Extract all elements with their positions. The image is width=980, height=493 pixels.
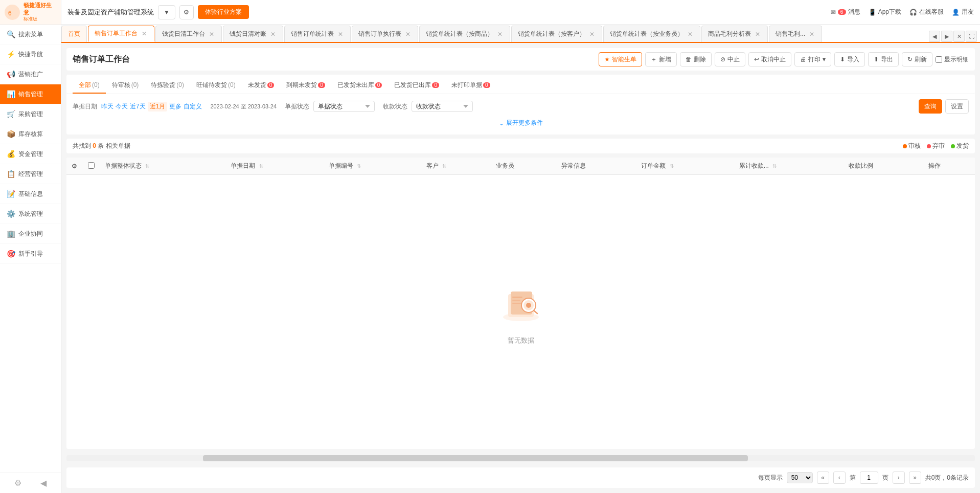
- sidebar-item-inventory[interactable]: 📦 库存核算: [0, 124, 61, 144]
- page-size-select[interactable]: 50 20 100: [787, 472, 813, 483]
- sidebar-item-search[interactable]: 🔍 搜索菜单: [0, 25, 61, 44]
- ship-action-btn[interactable]: 发货: [951, 142, 969, 150]
- suspend-btn[interactable]: ⊘ 中止: [715, 52, 745, 66]
- sidebar-item-sales[interactable]: 📊 销售管理: [0, 84, 61, 104]
- payment-select[interactable]: 收款状态: [412, 101, 473, 112]
- add-btn[interactable]: ＋ 新增: [645, 52, 677, 66]
- messages-btn[interactable]: ✉ 6 消息: [831, 8, 860, 16]
- header-gear-btn[interactable]: ⚙: [179, 5, 194, 19]
- subtab-shipped-not-out[interactable]: 已发货未出库0: [331, 78, 389, 94]
- expand-conditions-btn[interactable]: ⌄ 展开更多条件: [499, 117, 543, 129]
- select-all-checkbox[interactable]: [88, 162, 95, 169]
- sort-icon[interactable]: ⇅: [670, 163, 674, 169]
- tab-shipment-by-sales[interactable]: 销货单统计表（按业务员） ✕: [603, 26, 700, 42]
- tab-close-btn[interactable]: ✕: [208, 31, 215, 38]
- tab-close-btn[interactable]: ✕: [754, 31, 761, 38]
- tab-close-btn[interactable]: ✕: [141, 30, 148, 37]
- smart-generate-btn[interactable]: ★ 智能生单: [599, 52, 642, 66]
- subtab-all[interactable]: 全部(0): [73, 78, 106, 94]
- user-btn[interactable]: 👤 用友: [952, 8, 974, 16]
- export-btn[interactable]: ⬆ 导出: [868, 52, 899, 66]
- sidebar-item-operations[interactable]: 📋 经营管理: [0, 164, 61, 184]
- settings-filter-btn[interactable]: 设置: [945, 99, 969, 114]
- subtab-pending-check[interactable]: 待拣验货(0): [145, 78, 190, 94]
- sort-icon[interactable]: ⇅: [442, 163, 446, 169]
- tab-close-btn[interactable]: ✕: [588, 31, 596, 38]
- subtab-unprinted[interactable]: 未打印单据0: [445, 78, 496, 94]
- refresh-btn[interactable]: ↻ 刷新: [902, 52, 932, 66]
- system-dropdown-btn[interactable]: ▼: [158, 5, 175, 19]
- tab-cash-daily[interactable]: 钱货日清工作台 ✕: [155, 26, 222, 42]
- settings-bottom-btn[interactable]: ⚙: [14, 478, 21, 488]
- tab-close-btn[interactable]: ✕: [808, 31, 815, 38]
- delete-label: 删除: [694, 55, 706, 64]
- sidebar-item-guide[interactable]: 🎯 新手引导: [0, 244, 61, 264]
- show-detail-checkbox[interactable]: [936, 56, 942, 63]
- tab-home[interactable]: 首页: [61, 26, 87, 42]
- status-select[interactable]: 单据状态: [313, 101, 375, 112]
- tab-sales-profit[interactable]: 销售毛利... ✕: [769, 26, 822, 42]
- svg-point-0: [5, 5, 20, 20]
- tab-close-btn[interactable]: ✕: [404, 31, 412, 38]
- tab-sales-workbench[interactable]: 销售订单工作台 ✕: [88, 26, 154, 42]
- subtab-pending-review[interactable]: 待审核(0): [106, 78, 145, 94]
- sort-icon[interactable]: ⇅: [145, 163, 149, 169]
- collapse-btn[interactable]: ◀: [40, 478, 47, 488]
- next-page-btn[interactable]: ›: [893, 472, 905, 484]
- tab-cash-reconcile[interactable]: 钱货日清对账 ✕: [223, 26, 283, 42]
- tab-shipment-by-product[interactable]: 销货单统计表（按商品） ✕: [419, 26, 510, 42]
- tab-gross-margin[interactable]: 商品毛利分析表 ✕: [701, 26, 768, 42]
- sidebar-item-marketing[interactable]: 📢 营销推广: [0, 64, 61, 84]
- industry-btn[interactable]: 体验行业方案: [198, 5, 249, 19]
- sidebar-item-quick[interactable]: ⚡ 快捷导航: [0, 44, 61, 64]
- sort-icon[interactable]: ⇅: [357, 163, 361, 169]
- horizontal-scrollbar[interactable]: [66, 455, 975, 461]
- tab-close-btn[interactable]: ✕: [687, 31, 694, 38]
- cancel-suspend-btn[interactable]: ↩ 取消中止: [748, 52, 791, 66]
- tab-scroll-left-btn[interactable]: ◀: [929, 31, 940, 42]
- sidebar-item-system[interactable]: ⚙️ 系统管理: [0, 204, 61, 224]
- page-input[interactable]: [860, 472, 878, 484]
- import-btn[interactable]: ⬇ 导入: [834, 52, 865, 66]
- sort-icon[interactable]: ⇅: [259, 163, 263, 169]
- tab-close-btn[interactable]: ✕: [337, 31, 344, 38]
- scrollbar-thumb[interactable]: [203, 455, 748, 461]
- date-option-more[interactable]: 更多: [169, 102, 181, 111]
- void-action-btn[interactable]: 弃审: [927, 142, 945, 150]
- date-option-7days[interactable]: 近7天: [130, 102, 146, 111]
- sidebar-item-corp[interactable]: 🏢 企业协同: [0, 224, 61, 244]
- date-option-yesterday[interactable]: 昨天: [101, 102, 113, 111]
- first-page-btn[interactable]: «: [817, 472, 829, 484]
- tab-close-btn[interactable]: ✕: [269, 31, 277, 38]
- tab-scroll-right-btn[interactable]: ▶: [941, 31, 952, 42]
- logo-icon: 6: [4, 4, 20, 20]
- tab-maximize-btn[interactable]: ⛶: [966, 31, 977, 42]
- delete-btn[interactable]: 🗑 删除: [680, 52, 712, 66]
- subtab-overdue-unshipped[interactable]: 到期未发货0: [280, 78, 331, 94]
- date-option-1month[interactable]: 近1月: [148, 102, 168, 111]
- show-detail-toggle[interactable]: 显示明细: [936, 55, 969, 64]
- last-page-btn[interactable]: »: [909, 472, 921, 484]
- date-option-custom[interactable]: 自定义: [184, 102, 202, 111]
- sidebar-item-finance[interactable]: 💰 资金管理: [0, 144, 61, 164]
- search-icon: 🔍: [6, 30, 15, 39]
- subtab-wangpu[interactable]: 旺铺待发货(0): [190, 78, 242, 94]
- subtab-unshipped[interactable]: 未发货0: [242, 78, 281, 94]
- tab-sales-exec[interactable]: 销售订单执行表 ✕: [352, 26, 418, 42]
- subtab-shipped-out[interactable]: 已发货已出库0: [388, 78, 445, 94]
- date-option-today[interactable]: 今天: [116, 102, 128, 111]
- query-btn[interactable]: 查询: [919, 99, 942, 114]
- tab-shipment-by-customer[interactable]: 销货单统计表（按客户） ✕: [511, 26, 602, 42]
- sidebar-item-purchase[interactable]: 🛒 采购管理: [0, 104, 61, 124]
- prev-page-btn[interactable]: ‹: [833, 472, 846, 484]
- table-settings-icon[interactable]: ⚙: [72, 163, 77, 170]
- review-action-btn[interactable]: 审核: [903, 142, 921, 150]
- online-service-btn[interactable]: 🎧 在线客服: [909, 8, 944, 16]
- tab-sales-stat[interactable]: 销售订单统计表 ✕: [284, 26, 351, 42]
- sort-icon[interactable]: ⇅: [772, 163, 777, 169]
- sidebar-item-basic[interactable]: 📝 基础信息: [0, 184, 61, 204]
- tab-close-all-btn[interactable]: ✕: [953, 31, 965, 42]
- tab-close-btn[interactable]: ✕: [496, 31, 504, 38]
- app-download-btn[interactable]: 📱 App下载: [869, 8, 901, 16]
- print-btn[interactable]: 🖨 打印 ▾: [794, 52, 831, 66]
